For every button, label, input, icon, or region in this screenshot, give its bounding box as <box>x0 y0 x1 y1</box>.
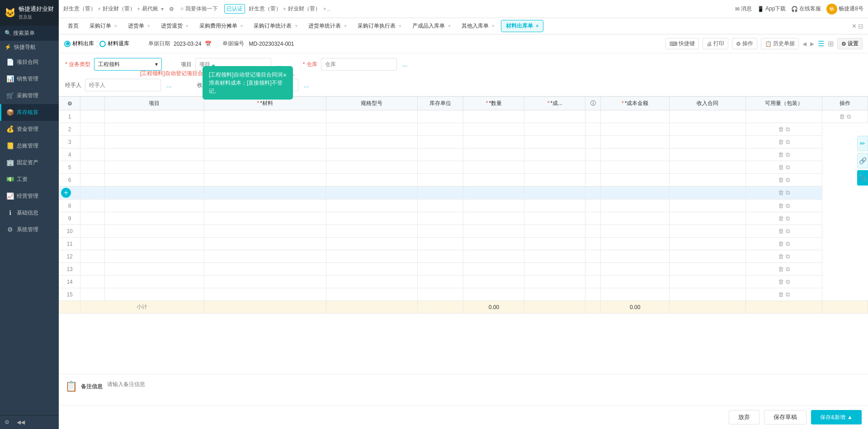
delete-row-btn[interactable]: 🗑 <box>777 150 785 159</box>
tab-finished-goods[interactable]: 产成品入库单× <box>408 20 455 32</box>
sidebar-item-operations[interactable]: 📈 经营管理 <box>0 188 59 205</box>
copy-row-btn[interactable]: ⧉ <box>785 176 791 185</box>
online-service-btn[interactable]: 🎧 在线客服 <box>791 5 821 13</box>
sidebar-item-salary[interactable]: 💵 工资 <box>0 171 59 188</box>
user-menu[interactable]: 畅 畅捷通8号 <box>826 4 863 14</box>
sidebar-item-sales[interactable]: 📊 销售管理 <box>0 71 59 87</box>
business-type-select[interactable]: 工程领料 ▾ <box>94 58 162 71</box>
copy-row-btn[interactable]: ⧉ <box>785 188 791 197</box>
copy-row-btn[interactable]: ⧉ <box>785 125 791 134</box>
next-record-icon[interactable]: ▶ <box>810 41 814 47</box>
sidebar-item-basicinfo[interactable]: ℹ 基础信息 <box>0 205 59 221</box>
add-row-btn[interactable]: + <box>61 188 71 198</box>
delete-row-btn[interactable]: 🗑 <box>777 227 785 235</box>
collapse-icon[interactable]: ◀◀ <box>17 419 25 425</box>
handler-input[interactable] <box>85 79 161 91</box>
history-btn[interactable]: 📋 历史单据 <box>761 38 799 49</box>
tab-purchase-expense[interactable]: 采购费用分摊单× <box>195 20 248 32</box>
close-icon[interactable]: × <box>147 24 150 29</box>
copy-row-btn[interactable]: ⧉ <box>785 239 791 248</box>
delete-row-btn[interactable]: 🗑 <box>777 163 785 172</box>
right-float-btn-2[interactable]: 🔗 <box>857 153 868 168</box>
right-float-btn-3[interactable]: 📎 <box>857 170 868 186</box>
close-icon[interactable]: × <box>114 24 117 29</box>
calendar-icon[interactable]: 📅 <box>205 41 212 47</box>
settings-icon[interactable]: ⚙ <box>5 419 9 425</box>
sidebar-item-ledger[interactable]: 📒 总账管理 <box>0 138 59 154</box>
close-icon[interactable]: × <box>536 24 539 29</box>
operations-btn[interactable]: ⚙ 操作 <box>732 38 757 49</box>
copy-row-btn[interactable]: ⧉ <box>785 277 791 286</box>
warehouse-input[interactable] <box>321 58 397 71</box>
copy-row-btn[interactable]: ⧉ <box>785 138 791 147</box>
gear-icon-topbar[interactable]: ⚙ <box>169 6 174 12</box>
tab-purchase-stats[interactable]: 采购订单统计表× <box>249 20 302 32</box>
close-icon[interactable]: × <box>448 24 451 29</box>
sidebar-item-project[interactable]: 📄 项目合同 <box>0 54 59 71</box>
close-icon[interactable]: × <box>186 24 189 29</box>
close-window-icon[interactable]: × <box>852 22 856 30</box>
radio-outbound[interactable]: 材料出库 <box>64 40 94 48</box>
close-icon[interactable]: × <box>492 24 495 29</box>
delete-row-btn[interactable]: 🗑 <box>777 239 785 248</box>
sidebar-item-purchase[interactable]: 🛒 采购管理 <box>0 87 59 104</box>
sidebar-item-inventory[interactable]: 📦 库存核算 <box>0 104 59 121</box>
col-settings-header[interactable]: ⚙ <box>59 97 80 110</box>
grid-view-icon[interactable]: ⊞ <box>828 39 834 48</box>
copy-row-btn[interactable]: ⧉ <box>846 112 852 121</box>
shortcut-btn[interactable]: ⌨ 快捷键 <box>665 38 699 49</box>
sidebar-item-system[interactable]: ⚙ 系统管理 <box>0 221 59 238</box>
delete-row-btn[interactable]: 🗑 <box>777 176 785 184</box>
copy-row-btn[interactable]: ⧉ <box>785 163 791 172</box>
tooltip-close-icon[interactable]: × <box>283 71 287 80</box>
tab-purchase-exec[interactable]: 采购订单执行表× <box>353 20 406 32</box>
delete-row-btn[interactable]: 🗑 <box>777 201 785 210</box>
right-float-btn-1[interactable]: ✏ <box>857 136 868 151</box>
tab-goods-return[interactable]: 进货退货× <box>156 20 193 32</box>
sidebar-search[interactable]: 🔍 搜索菜单 <box>0 26 59 41</box>
save-new-button[interactable]: 保存&新增 ▲ <box>811 410 862 424</box>
notes-input[interactable] <box>107 381 378 399</box>
tab-goods-receipt[interactable]: 进货单× <box>123 20 155 32</box>
radio-return[interactable]: 材料退库 <box>99 40 129 48</box>
copy-row-btn[interactable]: ⧉ <box>785 290 791 299</box>
row-cell-input2[interactable] <box>107 190 202 196</box>
copy-row-btn[interactable]: ⧉ <box>785 252 791 261</box>
sidebar-item-assets[interactable]: 🏢 固定资产 <box>0 154 59 171</box>
experience-icon[interactable]: ○ 我要体验一下 <box>180 5 218 13</box>
prev-record-icon[interactable]: ◀ <box>802 41 807 47</box>
tab-purchase-order[interactable]: 采购订单× <box>85 20 122 32</box>
print-btn[interactable]: 🖨 打印 <box>703 38 728 49</box>
delete-row-btn[interactable]: 🗑 <box>777 265 785 273</box>
copy-row-btn[interactable]: ⧉ <box>785 214 791 223</box>
tab-goods-stats[interactable]: 进货单统计表× <box>304 20 351 32</box>
copy-row-btn[interactable]: ⧉ <box>785 227 791 236</box>
message-btn[interactable]: ✉ 消息 <box>735 5 752 13</box>
delete-row-btn[interactable]: 🗑 <box>777 277 785 286</box>
delete-row-btn[interactable]: 🗑 <box>777 125 785 133</box>
close-icon[interactable]: × <box>295 24 297 29</box>
delete-row-btn[interactable]: 🗑 <box>777 138 785 146</box>
income-contract-dots[interactable]: ... <box>302 81 311 90</box>
delete-row-btn[interactable]: 🗑 <box>777 290 785 299</box>
window-controls[interactable]: ⊟ <box>858 23 863 30</box>
settings-button[interactable]: ⚙ 设置 <box>837 38 863 49</box>
sidebar-nav[interactable]: ⚡ 快捷导航 <box>0 41 59 54</box>
tab-home[interactable]: 首页 <box>63 20 83 32</box>
copy-row-btn[interactable]: ⧉ <box>785 265 791 274</box>
tab-other-receipt[interactable]: 其他入库单× <box>457 20 499 32</box>
list-view-icon[interactable]: ☰ <box>818 39 824 48</box>
close-icon[interactable]: × <box>399 24 401 29</box>
app-download-btn[interactable]: 📱 App下载 <box>757 5 786 13</box>
warehouse-dots[interactable]: ... <box>401 60 410 69</box>
copy-row-btn[interactable]: ⧉ <box>785 201 791 210</box>
sidebar-item-finance[interactable]: 💰 资金管理 <box>0 121 59 138</box>
tab-material-outbound[interactable]: 材料出库单× <box>501 20 544 32</box>
copy-row-btn[interactable]: ⧉ <box>785 150 791 159</box>
dropdown-arrow[interactable]: ▾ <box>161 6 164 12</box>
save-dropdown-icon[interactable]: ▲ <box>847 414 853 420</box>
row-cell-input[interactable] <box>82 190 103 196</box>
close-icon[interactable]: × <box>344 24 347 29</box>
delete-row-btn[interactable]: 🗑 <box>777 214 785 223</box>
handler-dots[interactable]: ... <box>165 81 174 90</box>
